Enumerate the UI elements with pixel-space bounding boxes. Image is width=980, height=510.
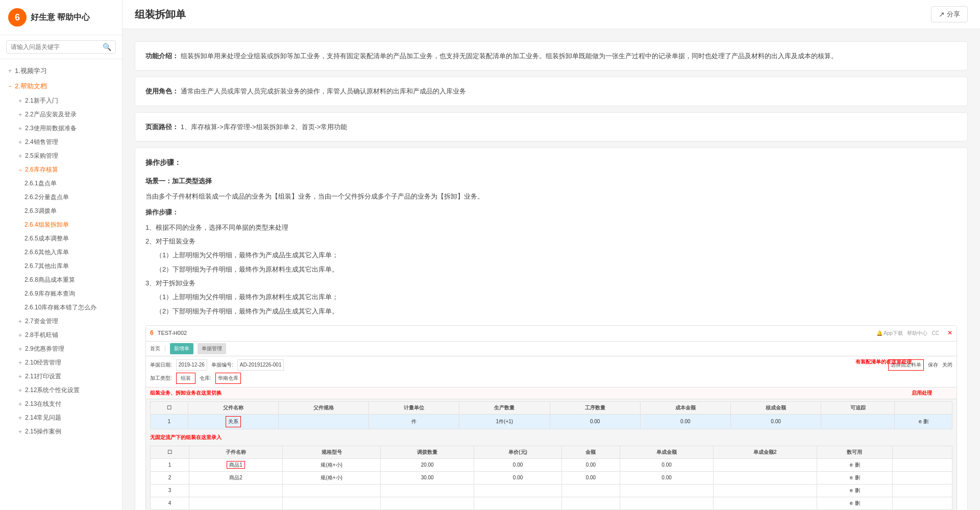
- sidebar-item-assembly[interactable]: 2.6.4组装拆卸单: [0, 218, 122, 232]
- sim-logo: 6: [150, 328, 154, 339]
- sidebar-label-coupon: 2.9优惠券管理: [25, 345, 64, 353]
- nav-section-videos: + 1.视频学习: [0, 63, 122, 79]
- step-2-2: （2）下部明细为子件明细，最终作为原材料生成其它出库单。: [145, 263, 957, 275]
- sidebar-item-other-outbound[interactable]: 2.6.7其他出库单: [0, 259, 122, 273]
- sim-td-c-act4: [893, 497, 952, 509]
- search-icon[interactable]: 🔍: [103, 43, 111, 51]
- steps-label: 操作步骤：: [145, 206, 957, 218]
- share-label: 分享: [947, 10, 960, 19]
- scenario1-desc: 当由多个子件材料组装成一个成品的业务为【组装】业务，当由一个父件拆分成多个子产品…: [145, 190, 957, 202]
- sidebar-item-beginner[interactable]: + 2.1新手入门: [0, 94, 122, 108]
- sim-store-label: 仓库:: [200, 374, 211, 383]
- sim-td-c-qty2: 30.00: [381, 471, 474, 484]
- step-3: 3、对于拆卸业务: [145, 277, 957, 289]
- content-area: 功能介绍： 组装拆卸单用来处理企业组装或拆卸等加工业务，支持有固定装配清单的产品…: [122, 29, 980, 510]
- toggle-icon-inventory: −: [18, 166, 22, 174]
- sim-td-c-price2: 0.00: [474, 471, 562, 484]
- intro-label: 功能介绍：: [145, 52, 179, 60]
- sidebar-item-payment[interactable]: + 2.13在线支付: [0, 397, 122, 411]
- sim-dan-value: AD-20191226-001: [237, 359, 284, 371]
- sim-table-row-parent-1: 1 关系 件 1件(+1) 0.00 0.00 0.00 ⊕ 删: [151, 414, 952, 429]
- sidebar-item-partial-stocktake[interactable]: 2.6.2分量盘点单: [0, 190, 122, 204]
- sim-td-act1: ⊕ 删: [894, 414, 952, 429]
- sidebar-item-docs[interactable]: − 2.帮助文档: [0, 79, 122, 94]
- nav-section-docs: − 2.帮助文档 + 2.1新手入门 + 2.2产品安装及登录 + 2.3使用前…: [0, 79, 122, 439]
- sidebar-item-faq[interactable]: + 2.14常见问题: [0, 411, 122, 425]
- sidebar-item-ledger-fix[interactable]: 2.6.10库存账本错了怎么办: [0, 301, 122, 314]
- sidebar-item-purchase[interactable]: + 2.5采购管理: [0, 149, 122, 163]
- sidebar-item-other-inbound[interactable]: 2.6.6其他入库单: [0, 246, 122, 259]
- sidebar-item-mgmt[interactable]: + 2.10经营管理: [0, 356, 122, 370]
- main-content: 组装拆卸单 ↗ 分享 功能介绍： 组装拆卸单用来处理企业组装或拆卸等加工业务，支…: [122, 0, 980, 510]
- sidebar-item-cost-adjust[interactable]: 2.6.5成本调整单: [0, 232, 122, 246]
- sim-td-c-ucost14: [620, 497, 713, 509]
- step-2-1: （1）上部明细为父件明细，最终作为产成品生成其它入库单；: [145, 249, 957, 261]
- intro-text: 组装拆卸单用来处理企业组装或拆卸等加工业务，支持有固定装配清单的产品加工业务，也…: [181, 52, 838, 60]
- sim-td-c-check2: 2: [151, 471, 189, 484]
- sidebar-label-mobile: 2.8手机旺铺: [25, 331, 58, 339]
- sim-th-track: 可追踪: [821, 401, 895, 414]
- sidebar-item-mobile[interactable]: + 2.8手机旺铺: [0, 328, 122, 342]
- sim-td-unit1: 件: [369, 414, 459, 429]
- share-button[interactable]: ↗ 分享: [931, 6, 968, 22]
- sim-td-c-ucost21: [714, 458, 817, 471]
- sim-sep1: |: [164, 344, 166, 353]
- sim-titlebar: 6 TEST-H002 🔔 App下载 帮助中心 CC ✕: [146, 326, 957, 342]
- sidebar-item-customize[interactable]: + 2.12系统个性化设置: [0, 383, 122, 397]
- sidebar-item-ledger-query[interactable]: 2.6.9库存账本查询: [0, 287, 122, 301]
- sidebar-item-cost-recalc[interactable]: 2.6.8商品成本重算: [0, 273, 122, 287]
- toggle-icon-data-prep: +: [18, 125, 22, 132]
- sim-td-c-act3: [893, 484, 952, 497]
- sidebar-item-finance[interactable]: + 2.7资金管理: [0, 314, 122, 328]
- search-input[interactable]: [11, 43, 103, 51]
- steps-section: 操作步骤： 场景一：加工类型选择 当由多个子件材料组装成一个成品的业务为【组装】…: [135, 148, 968, 510]
- sidebar-item-stocktake[interactable]: 2.6.1盘点单: [0, 177, 122, 190]
- sim-th-c-name: 子件名称: [189, 446, 283, 458]
- sim-table-header-child: ☐ 子件名称 规格型号 调拨数量 单价(元) 金额 单成金额 单成金额2 数可用: [151, 446, 952, 458]
- sim-th-c-check: ☐: [151, 446, 189, 458]
- sidebar-label-print: 2.11打印设置: [25, 372, 61, 381]
- sim-annotation4: 无固定流产下的组装在这里录入: [150, 434, 222, 440]
- screenshot-container: 6 TEST-H002 🔔 App下载 帮助中心 CC ✕ 首页 | 新增单 单…: [145, 325, 957, 510]
- sidebar-label-payment: 2.13在线支付: [25, 400, 61, 408]
- sidebar-item-videos[interactable]: + 1.视频学习: [0, 63, 122, 79]
- steps-heading: 操作步骤：: [145, 156, 957, 169]
- step-2: 2、对于组装业务: [145, 235, 957, 247]
- sim-form-row: 单据日期: 2019-12-26 单据编号: AD-20191226-001 选…: [150, 359, 952, 371]
- sim-td-c-ucost22: [714, 471, 817, 484]
- sidebar-item-inventory[interactable]: − 2.6库存核算: [0, 163, 122, 177]
- sidebar-label-customize: 2.12系统个性化设置: [25, 386, 80, 395]
- sim-form-area: 单据日期: 2019-12-26 单据编号: AD-20191226-001 选…: [146, 356, 957, 387]
- sim-td-c-ucost24: [714, 497, 817, 509]
- sidebar-label-beginner: 2.1新手入门: [25, 96, 58, 105]
- sim-td-c-ucost23: [714, 484, 817, 497]
- sidebar-label-faq: 2.14常见问题: [25, 414, 61, 422]
- path-section: 页面路径： 1、库存核算->库存管理->组装拆卸单 2、首页->常用功能: [135, 112, 968, 141]
- sidebar-item-data-prep[interactable]: + 2.3使用前数据准备: [0, 122, 122, 135]
- sim-nav-icons: 🔔 App下载 帮助中心 CC: [876, 329, 939, 338]
- sim-td-c-avail4: ⊕ 删: [817, 497, 893, 509]
- toggle-icon-print: +: [18, 373, 22, 380]
- sim-menu: 首页: [150, 344, 160, 353]
- sidebar-item-transfer[interactable]: 2.6.3调拨单: [0, 204, 122, 218]
- sim-td-c-amt2: 0.00: [561, 471, 620, 484]
- sidebar-item-install[interactable]: + 2.2产品安装及登录: [0, 108, 122, 122]
- sidebar-label-finance: 2.7资金管理: [25, 317, 58, 326]
- sim-tab-list: 单据管理: [198, 343, 226, 354]
- sim-th-check: ☐: [151, 401, 188, 414]
- path-label: 页面路径：: [145, 123, 179, 131]
- sidebar-item-sales[interactable]: + 2.4销售管理: [0, 135, 122, 149]
- sidebar-label-data-prep: 2.3使用前数据准备: [25, 124, 77, 133]
- sidebar-item-print[interactable]: + 2.11打印设置: [0, 370, 122, 383]
- sim-annotation3: 启用处理: [912, 388, 932, 398]
- steps-list: 1、根据不同的业务，选择不同单据的类型来处理 2、对于组装业务 （1）上部明细为…: [145, 222, 957, 318]
- sidebar-label-inventory: 2.6库存核算: [25, 165, 58, 174]
- toggle-icon-beginner: +: [18, 98, 22, 105]
- sim-td-c-name1: 商品1: [189, 458, 283, 471]
- scenario1-heading: 场景一：加工类型选择: [145, 175, 957, 187]
- toggle-icon-coupon: +: [18, 346, 22, 353]
- toggle-icon-install: +: [18, 111, 22, 118]
- logo-text: 好生意 帮助中心: [31, 12, 90, 23]
- sidebar-item-coupon[interactable]: + 2.9优惠券管理: [0, 342, 122, 356]
- sidebar-item-cases[interactable]: + 2.15操作案例: [0, 425, 122, 439]
